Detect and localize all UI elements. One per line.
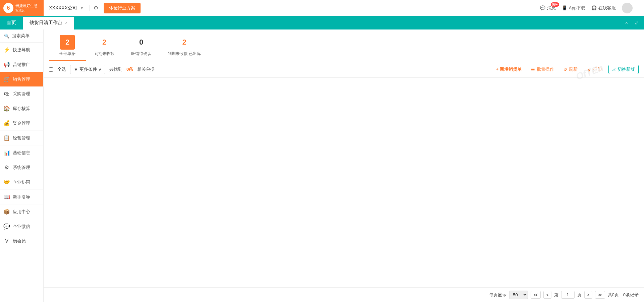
total-text: 共0页，0条记录 [608,292,639,298]
sidebar-item-label: 库存核算 [13,106,30,112]
wechat-icon: 💬 [3,223,10,230]
pagination-bar: 每页显示 50 10 20 100 ≪ < 第 页 > ≫ 共0页，0条记录 [44,287,644,302]
next-page-button[interactable]: > [584,291,592,299]
sidebar-item-member[interactable]: V 畅会员 [0,234,43,248]
sidebar-item-label: 新手引导 [13,194,30,200]
company-selector[interactable]: XXXXXX公司 ▼ [44,5,90,11]
switch-label: 切换新版 [618,66,635,72]
inventory-icon: 🏠 [3,105,10,112]
message-action[interactable]: 💬 消息 99+ [540,5,556,11]
system-icon: ⚙ [3,164,10,171]
tab-close-icon[interactable]: × [65,20,67,25]
stat-number-overdue-out: 2 [177,35,192,50]
app-download-action[interactable]: 📱 App下载 [562,5,585,11]
stat-label-overdue: 到期未收款 [94,51,114,57]
sidebar-item-label: 系统管理 [13,165,30,171]
stat-tab-pending[interactable]: 0 旺铺待确认 [123,32,160,61]
sidebar-item-basic-info[interactable]: 📊 基础信息 [0,145,43,160]
online-service-icon: 🎧 [591,5,597,10]
stat-number-overdue: 2 [97,35,112,50]
avatar[interactable] [622,3,633,13]
page-di-label: 第 [554,292,558,298]
cooperation-icon: 🤝 [3,179,10,185]
sidebar-item-wechat[interactable]: 💬 企业微信 [0,219,43,234]
sidebar-search[interactable]: 🔍 搜索菜单 [0,29,43,43]
app-download-icon: 📱 [562,5,567,10]
tab-home[interactable]: 首页 [0,16,23,29]
sidebar-item-system[interactable]: ⚙ 系统管理 [0,160,43,175]
sidebar-item-cooperation[interactable]: 🤝 企业协同 [0,175,43,190]
sidebar-item-label: 企业微信 [13,224,30,230]
sidebar-item-label: 畅会员 [13,238,26,244]
quick-nav-icon: ⚡ [3,47,10,53]
batch-icon: ☰ [531,67,535,72]
stat-label-all: 全部单据 [59,51,75,57]
refresh-button[interactable]: ↺ 刷新 [561,65,580,74]
print-label: 打印 [593,66,602,72]
print-button[interactable]: 🖨 打印 [584,65,604,74]
sidebar-item-label: 快捷导航 [13,47,30,53]
stat-label-pending: 旺铺待确认 [131,51,151,57]
online-service-action[interactable]: 🎧 在线客服 [591,5,616,11]
last-page-button[interactable]: ≫ [595,291,605,299]
page-size-select[interactable]: 50 10 20 100 [509,291,528,299]
tab-close-window-icon[interactable]: × [623,19,630,26]
top-header: 6 畅捷通好生意 标准版 XXXXXX公司 ▼ ⚙ 体验行业方案 💬 消息 99… [0,0,644,16]
sidebar-item-sales[interactable]: 🛒 销售管理 [0,72,43,87]
toolbar-right: + 新增销货单 ☰ 批量操作 ↺ 刷新 🖨 打印 ⇄ 切换新版 [493,65,639,74]
message-icon: 💬 [540,5,545,10]
stats-tabs: 2 全部单据 2 到期未收款 0 旺铺待确认 2 到期未收款 已出库 [44,29,644,61]
sidebar-item-operations[interactable]: 📋 经营管理 [0,131,43,145]
page-label: 页 [577,292,582,298]
member-icon: V [3,238,10,244]
filter-chevron-icon: ∨ [98,67,102,72]
sidebar-item-guide[interactable]: 📖 新手引导 [0,190,43,204]
online-service-label: 在线客服 [598,5,616,11]
stat-number-pending: 0 [134,35,149,50]
app-center-icon: 📦 [3,208,10,215]
message-badge: 99+ [551,2,559,7]
app-download-label: App下载 [569,5,585,11]
tab-workbench-label: 钱货日清工作台 [30,20,62,26]
sales-icon: 🛒 [3,76,10,82]
operations-icon: 📋 [3,135,10,141]
stat-tab-overdue[interactable]: 2 到期未收款 [86,32,123,61]
settings-icon[interactable]: ⚙ [90,5,102,11]
select-all-checkbox[interactable] [49,67,53,72]
logo-badge: 标准版 [15,8,38,13]
tab-workbench[interactable]: 钱货日清工作台 × [23,16,74,29]
filter-icon: ▼ [74,67,78,72]
filter-label: 更多条件 [79,66,97,72]
stat-tab-all[interactable]: 2 全部单据 [49,32,86,61]
new-sale-label: + 新增销货单 [496,66,522,72]
sidebar-item-purchase[interactable]: 🛍 采购管理 [0,87,43,101]
switch-version-button[interactable]: ⇄ 切换新版 [608,65,639,74]
sidebar-search-label: 搜索菜单 [12,33,30,39]
stat-tab-overdue-out[interactable]: 2 到期未收款 已出库 [160,32,209,61]
sidebar-item-marketing[interactable]: 📢 营销推广 [0,57,43,72]
sidebar-item-app-center[interactable]: 📦 应用中心 [0,204,43,219]
sidebar-item-inventory[interactable]: 🏠 库存核算 [0,101,43,116]
filter-button[interactable]: ▼ 更多条件 ∨ [70,65,105,74]
logo-name: 畅捷通好生意 [15,3,38,8]
trial-button[interactable]: 体验行业方案 [104,3,141,13]
chevron-down-icon: ▼ [80,6,84,10]
first-page-button[interactable]: ≪ [531,291,541,299]
sidebar-item-label: 应用中心 [13,209,30,215]
sidebar-item-quick-nav[interactable]: ⚡ 快捷导航 [0,43,43,57]
refresh-icon: ↺ [564,67,567,72]
batch-label: 批量操作 [537,66,554,72]
batch-button[interactable]: ☰ 批量操作 [528,65,557,74]
sidebar-item-finance[interactable]: 💰 资金管理 [0,116,43,131]
company-name: XXXXXX公司 [49,5,77,11]
tab-home-label: 首页 [7,20,16,26]
stat-label-overdue-out: 到期未收款 已出库 [168,51,201,57]
new-sale-button[interactable]: + 新增销货单 [493,65,524,74]
header-right: 💬 消息 99+ 📱 App下载 🎧 在线客服 [540,3,644,13]
main-layout: 🔍 搜索菜单 ⚡ 快捷导航 📢 营销推广 🛒 销售管理 🛍 采购管理 🏠 库存核… [0,29,644,302]
prev-page-button[interactable]: < [543,291,551,299]
page-number-input[interactable] [561,291,575,299]
tab-expand-icon[interactable]: ⤢ [633,19,641,26]
found-text: 共找到 [109,66,122,72]
tab-bar-right: × ⤢ [623,19,644,26]
